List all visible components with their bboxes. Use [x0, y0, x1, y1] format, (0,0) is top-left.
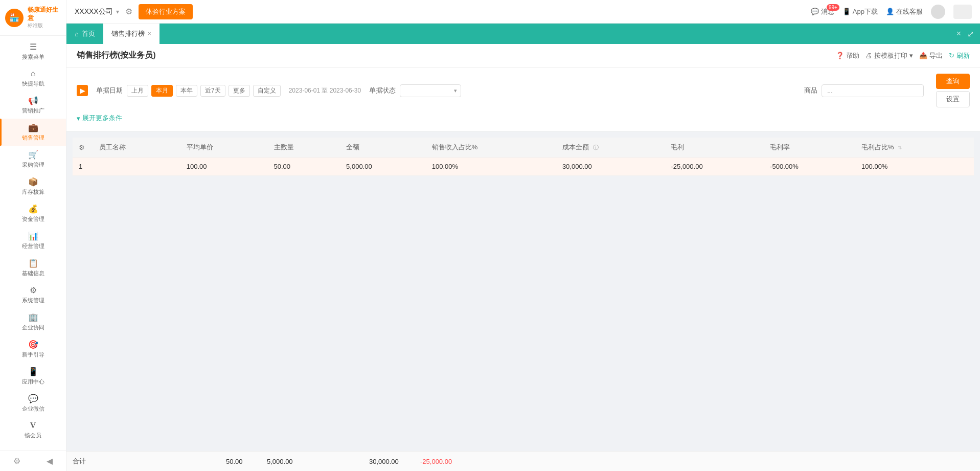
topbar-right: 💬 消息 99+ 📱 App下载 👤 在线客服 — [811, 5, 972, 19]
purchase-icon: 🛒 — [28, 150, 38, 160]
cell-rank: 1 — [73, 158, 93, 176]
help-icon: ❓ — [836, 52, 844, 59]
message-icon: 💬 — [811, 8, 819, 15]
tab-sales-rank[interactable]: 销售排行榜 × — [103, 24, 159, 44]
sidebar-item-system[interactable]: ⚙ 系统管理 — [0, 281, 66, 308]
print-btn[interactable]: 🖨 按模板打印 ▾ — [865, 51, 913, 60]
topbar: XXXXX公司 ▾ ⚙ 体验行业方案 💬 消息 99+ 📱 App下载 👤 在线… — [66, 0, 980, 24]
sidebar-item-apps[interactable]: 📱 应用中心 — [0, 363, 66, 390]
online-service-btn[interactable]: 👤 在线客服 — [886, 7, 923, 16]
sidebar-item-basic[interactable]: 📋 基础信息 — [0, 254, 66, 281]
table-area: ⚙ 员工名称 平均单价 主数量 全额 — [66, 131, 980, 451]
col-avg-price: 平均单价 — [180, 138, 268, 158]
operation-icon: 📊 — [28, 231, 38, 241]
content-area: 销售排行榜(按业务员) ❓ 帮助 🖨 按模板打印 ▾ 📤 导出 ↻ 刷新 — [66, 44, 980, 471]
tab-close-icon[interactable]: × — [148, 30, 151, 37]
home-icon: ⌂ — [31, 69, 36, 78]
goods-input[interactable] — [822, 84, 924, 97]
sidebar-item-guide[interactable]: 🎯 新手引导 — [0, 335, 66, 363]
topbar-gear-icon[interactable]: ⚙ — [125, 7, 132, 16]
guide-icon: 🎯 — [28, 340, 38, 349]
cell-gross-pct: 100.00% — [855, 158, 974, 176]
user-avatar[interactable] — [931, 5, 945, 19]
col-settings-icon[interactable]: ⚙ — [79, 144, 85, 151]
filter-toggle-btn[interactable]: ▶ — [77, 85, 88, 96]
sidebar-nav: ☰ 搜索菜单 ⌂ 快捷导航 📢 营销推广 💼 销售管理 🛒 采购管理 📦 库存核… — [0, 36, 66, 451]
sidebar-logo: 🏪 畅康通好生意 标准版 — [0, 0, 66, 36]
sidebar-item-enterprise[interactable]: 🏢 企业协同 — [0, 308, 66, 335]
refresh-btn[interactable]: ↻ 刷新 — [949, 51, 970, 60]
filter-area: ▶ 单据日期 上月 本月 本年 近7天 更多 自定义 2023-06-01 至 … — [66, 68, 980, 131]
sidebar-item-search-order[interactable]: ☰ 搜索菜单 — [0, 38, 66, 65]
window-close-icon[interactable]: × — [956, 29, 961, 38]
col-gross-pct: 毛利占比% ⇅ — [855, 138, 974, 158]
date-btn-custom[interactable]: 自定义 — [253, 85, 281, 97]
table-footer: 合计 50.00 5,000.00 30,000.00 -25,000.00 — [66, 451, 980, 471]
sidebar-item-quick-nav[interactable]: ⌂ 快捷导航 — [0, 65, 66, 92]
enterprise-icon: 🏢 — [28, 312, 38, 322]
cell-cost: 30,000.00 — [556, 158, 665, 176]
tab-bar: ⌂ 首页 销售排行榜 × × ⤢ — [66, 24, 980, 44]
cell-avg-price: 100.00 — [180, 158, 268, 176]
status-select-wrapper — [400, 84, 461, 97]
sidebar-item-marketing[interactable]: 📢 营销推广 — [0, 92, 66, 119]
cell-amount: 5,000.00 — [340, 158, 426, 176]
date-btn-more[interactable]: 更多 — [229, 85, 250, 97]
date-filter-group: 单据日期 上月 本月 本年 近7天 更多 自定义 — [96, 85, 281, 97]
date-btn-last-month[interactable]: 上月 — [127, 85, 148, 97]
settings-bottom-icon[interactable]: ⚙ — [13, 456, 20, 466]
date-btn-this-year[interactable]: 本年 — [176, 85, 197, 97]
query-btn[interactable]: 查询 — [936, 74, 970, 89]
apps-icon: 📱 — [28, 367, 38, 376]
export-icon: 📤 — [919, 52, 927, 59]
status-select[interactable] — [400, 84, 461, 97]
export-btn[interactable]: 📤 导出 — [919, 51, 943, 60]
search-order-icon: ☰ — [30, 42, 37, 52]
refresh-icon: ↻ — [949, 52, 954, 59]
sidebar-item-sales[interactable]: 💼 销售管理 — [0, 119, 66, 146]
finance-icon: 💰 — [28, 204, 38, 214]
cell-gross-rate: -500.00% — [764, 158, 855, 176]
sidebar-item-finance[interactable]: 💰 资金管理 — [0, 200, 66, 227]
page-actions: ❓ 帮助 🖨 按模板打印 ▾ 📤 导出 ↻ 刷新 — [836, 51, 970, 60]
cell-sales-pct: 100.00% — [426, 158, 556, 176]
collapse-sidebar-btn[interactable]: ◀ — [47, 456, 53, 466]
col-amount: 全额 — [340, 138, 426, 158]
expand-more-btn[interactable]: ▾ 展开更多条件 — [77, 114, 970, 123]
date-btn-7days[interactable]: 近7天 — [200, 85, 225, 97]
goods-filter-group: 商品 — [804, 84, 924, 97]
sidebar-item-inventory[interactable]: 📦 库存核算 — [0, 173, 66, 200]
filter-expand-row: ▾ 展开更多条件 — [77, 107, 970, 125]
basic-icon: 📋 — [28, 258, 38, 268]
tabs-right-actions: × ⤢ — [956, 29, 980, 39]
system-icon: ⚙ — [30, 285, 37, 295]
date-btn-this-month[interactable]: 本月 — [151, 85, 173, 97]
window-maximize-icon[interactable]: ⤢ — [967, 29, 974, 39]
print-icon: 🖨 — [865, 52, 872, 59]
footer-amount: 5,000.00 — [267, 458, 318, 465]
cost-info-icon[interactable]: ⓘ — [593, 144, 599, 150]
table-row: 1 100.00 50.00 5,000.00 100.00% 30,000.0… — [73, 158, 974, 176]
gross-pct-sort-icon[interactable]: ⇅ — [898, 145, 902, 150]
trial-btn[interactable]: 体验行业方案 — [139, 4, 193, 19]
sidebar-item-purchase[interactable]: 🛒 采购管理 — [0, 146, 66, 173]
cell-qty: 50.00 — [268, 158, 340, 176]
app-download-btn[interactable]: 📱 App下载 — [842, 7, 878, 16]
setting-btn[interactable]: 设置 — [936, 91, 970, 107]
member-icon: V — [30, 421, 36, 430]
marketing-icon: 📢 — [28, 96, 38, 105]
expand-icon: ▾ — [77, 115, 80, 122]
tab-home[interactable]: ⌂ 首页 — [66, 24, 103, 44]
help-btn[interactable]: ❓ 帮助 — [836, 51, 859, 60]
col-qty: 主数量 — [268, 138, 340, 158]
cell-name — [93, 158, 180, 176]
sidebar-item-operation[interactable]: 📊 经营管理 — [0, 227, 66, 254]
data-table: ⚙ 员工名称 平均单价 主数量 全额 — [73, 138, 974, 176]
sidebar-item-member[interactable]: V 畅会员 — [0, 417, 66, 443]
footer-gross: -25,000.00 — [420, 458, 471, 465]
company-selector[interactable]: XXXXX公司 ▾ — [75, 7, 119, 16]
date-range-display: 2023-06-01 至 2023-06-30 — [289, 86, 361, 95]
message-btn[interactable]: 💬 消息 99+ — [811, 7, 834, 16]
sidebar-item-wechat[interactable]: 💬 企业微信 — [0, 390, 66, 417]
main-area: XXXXX公司 ▾ ⚙ 体验行业方案 💬 消息 99+ 📱 App下载 👤 在线… — [66, 0, 980, 471]
